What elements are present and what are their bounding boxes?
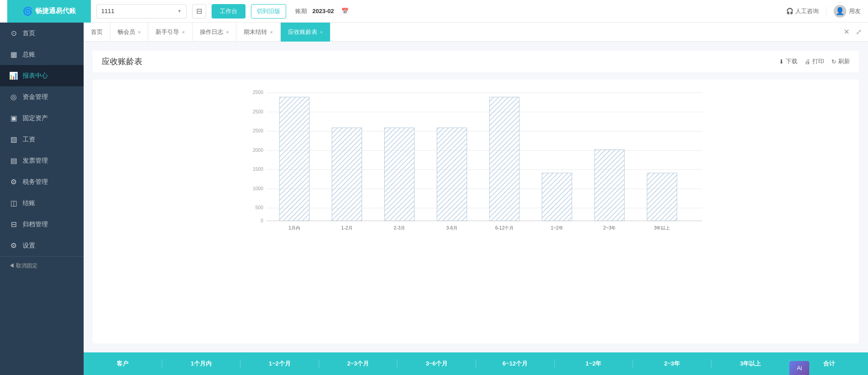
ai-badge-label: Ai: [797, 365, 802, 371]
print-icon: 🖨: [805, 58, 811, 65]
sidebar-item-checkout[interactable]: ◫ 结账: [0, 192, 84, 214]
sidebar-item-label: 报表中心: [23, 72, 48, 80]
tab-member-label: 畅会员: [118, 28, 135, 36]
sidebar-item-tax[interactable]: ⚙ 税务管理: [0, 171, 84, 192]
sidebar-item-payroll[interactable]: ▨ 工资: [0, 129, 84, 150]
svg-text:2-3月: 2-3月: [394, 225, 405, 230]
svg-text:0: 0: [260, 218, 263, 223]
settings-icon: ⚙: [9, 241, 18, 250]
payroll-icon: ▨: [9, 135, 18, 144]
table-header-2-3y: 2~3年: [633, 360, 712, 368]
table-header-3y-plus: 3年以上: [712, 360, 790, 368]
company-name: 1111: [101, 8, 175, 14]
divider: [826, 7, 826, 16]
logo-icon: 🌀: [23, 6, 33, 16]
tab-guide[interactable]: 新手引导 ×: [148, 23, 192, 42]
sidebar: ⊙ 首页 ▦ 总账 📊 报表中心 ◎ 资金管理 ▣ 固定资产 ▨ 工资 ▤ 发票…: [0, 23, 84, 375]
download-button[interactable]: ⬇ 下载: [779, 57, 797, 66]
refresh-button[interactable]: ↻ 刷新: [831, 57, 850, 66]
download-icon: ⬇: [779, 58, 784, 65]
refresh-label: 刷新: [838, 57, 850, 66]
sidebar-item-label: 发票管理: [23, 157, 48, 165]
tab-period-end-close[interactable]: ×: [270, 29, 273, 35]
sidebar-item-reports[interactable]: 📊 报表中心: [0, 65, 84, 86]
sidebar-item-home[interactable]: ⊙ 首页: [0, 23, 84, 44]
ai-badge[interactable]: Ai: [789, 361, 809, 375]
tab-log-label: 操作日志: [200, 28, 223, 36]
tab-home-label: 首页: [91, 28, 103, 36]
workbench-button[interactable]: 工作台: [212, 4, 245, 19]
tab-member[interactable]: 畅会员 ×: [110, 23, 148, 42]
svg-rect-21: [384, 128, 414, 221]
archive-icon: ⊟: [9, 220, 18, 229]
period-label: 账期: [295, 7, 307, 15]
assets-icon: ▣: [9, 114, 18, 122]
sidebar-item-label: 首页: [23, 29, 35, 38]
consult-button[interactable]: 🎧 人工咨询: [786, 7, 819, 15]
print-label: 打印: [812, 57, 824, 66]
avatar: 👤: [834, 5, 846, 18]
logo: 🌀 畅捷通易代账: [7, 0, 91, 23]
svg-text:3年以上: 3年以上: [654, 225, 670, 230]
table-header-1-2m: 1~2个月: [241, 360, 319, 368]
table-header-customer: 客户: [84, 360, 162, 368]
tab-close-all-button[interactable]: ✕: [841, 26, 852, 38]
sidebar-item-label: 设置: [23, 242, 35, 250]
sidebar-item-ledger[interactable]: ▦ 总账: [0, 44, 84, 65]
header-right: 🎧 人工咨询 👤 用友: [786, 5, 861, 18]
period-calendar-icon[interactable]: 📅: [341, 8, 349, 14]
tab-guide-close[interactable]: ×: [182, 29, 184, 35]
user-button[interactable]: 👤 用友: [834, 5, 861, 18]
sidebar-item-settings[interactable]: ⚙ 设置: [0, 235, 84, 256]
sidebar-item-funds[interactable]: ◎ 资金管理: [0, 86, 84, 108]
table-header-3-6m: 3~6个月: [397, 360, 476, 368]
svg-text:3-6月: 3-6月: [446, 225, 458, 230]
svg-text:2000: 2000: [253, 148, 263, 153]
sidebar-item-label: 税务管理: [23, 178, 48, 186]
sidebar-item-assets[interactable]: ▣ 固定资产: [0, 108, 84, 129]
reports-icon: 📊: [9, 71, 18, 80]
svg-rect-27: [542, 173, 572, 221]
download-label: 下载: [786, 57, 797, 66]
tab-period-end[interactable]: 期末结转 ×: [236, 23, 280, 42]
funds-icon: ◎: [9, 93, 18, 101]
svg-rect-29: [594, 150, 624, 221]
company-selector[interactable]: 1111 ▼: [96, 4, 187, 19]
sidebar-item-archive[interactable]: ⊟ 归档管理: [0, 214, 84, 235]
period-value: 2023-02: [312, 8, 334, 14]
svg-text:6-12个月: 6-12个月: [495, 225, 514, 230]
page-header: 应收账龄表 ⬇ 下载 🖨 打印 ↻ 刷新: [93, 51, 859, 72]
tab-member-close[interactable]: ×: [138, 29, 141, 35]
copy-button[interactable]: ⊟: [192, 4, 206, 19]
tab-log[interactable]: 操作日志 ×: [193, 23, 236, 42]
print-button[interactable]: 🖨 打印: [805, 57, 824, 66]
tab-ar-aging[interactable]: 应收账龄表 ×: [281, 23, 330, 42]
tab-period-end-label: 期末结转: [244, 28, 267, 36]
refresh-icon: ↻: [831, 58, 836, 65]
table-header-1-2y: 1~2年: [555, 360, 633, 368]
sidebar-item-invoice[interactable]: ▤ 发票管理: [0, 150, 84, 171]
svg-rect-19: [332, 128, 362, 221]
top-header: 🌀 畅捷通易代账 1111 ▼ ⊟ 工作台 切到旧版 账期 2023-02 📅 …: [0, 0, 868, 23]
checkout-icon: ◫: [9, 199, 18, 207]
cancel-fixed-button[interactable]: ◀ 取消固定: [0, 256, 84, 275]
page-actions: ⬇ 下载 🖨 打印 ↻ 刷新: [779, 57, 850, 66]
svg-text:1500: 1500: [253, 167, 263, 172]
svg-text:2~3年: 2~3年: [603, 225, 616, 230]
tab-log-close[interactable]: ×: [226, 29, 229, 35]
svg-text:1-2月: 1-2月: [341, 225, 353, 230]
tab-ar-aging-label: 应收账龄表: [288, 28, 317, 36]
svg-text:1月内: 1月内: [288, 225, 300, 230]
page-content: 应收账龄表 ⬇ 下载 🖨 打印 ↻ 刷新: [84, 42, 868, 352]
cancel-fixed-label: ◀ 取消固定: [9, 262, 38, 270]
tab-expand-button[interactable]: ⤢: [853, 26, 864, 38]
svg-text:2500: 2500: [253, 109, 263, 114]
consult-label: 人工咨询: [795, 7, 819, 15]
sidebar-item-label: 固定资产: [23, 114, 48, 122]
table-header-2-3m: 2~3个月: [319, 360, 398, 368]
tab-home[interactable]: 首页: [84, 23, 110, 42]
tab-guide-label: 新手引导: [156, 28, 179, 36]
main-layout: ⊙ 首页 ▦ 总账 📊 报表中心 ◎ 资金管理 ▣ 固定资产 ▨ 工资 ▤ 发票…: [0, 23, 868, 375]
switch-version-button[interactable]: 切到旧版: [251, 4, 286, 19]
tab-ar-aging-close[interactable]: ×: [320, 29, 323, 35]
